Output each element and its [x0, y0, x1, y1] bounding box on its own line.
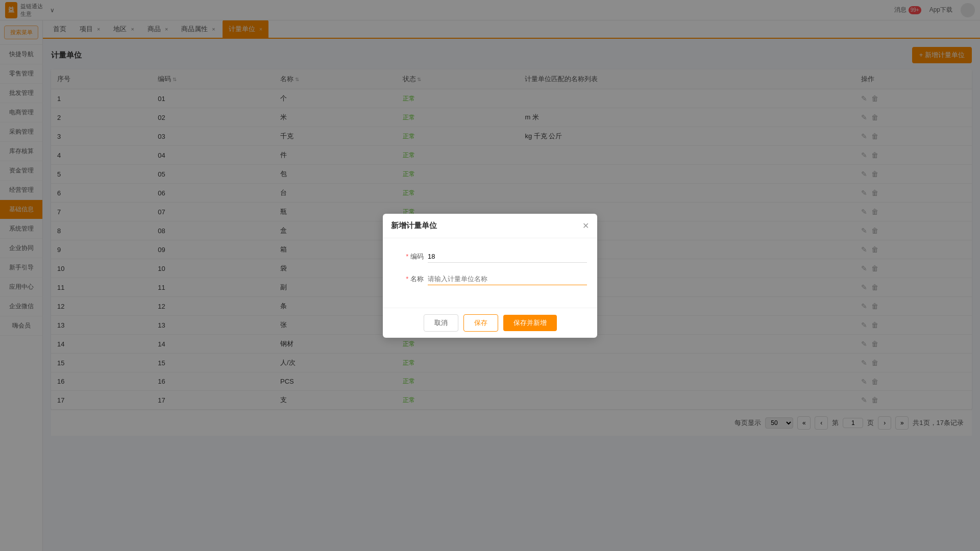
code-label: 编码 [393, 252, 424, 261]
name-input[interactable] [428, 273, 587, 285]
cancel-button[interactable]: 取消 [424, 314, 458, 332]
name-label: 名称 [393, 274, 424, 284]
dialog-footer: 取消 保存 保存并新增 [383, 308, 597, 338]
dialog-header: 新增计量单位 ✕ [383, 214, 597, 238]
dialog-close-icon[interactable]: ✕ [582, 221, 589, 231]
dialog-title: 新增计量单位 [391, 221, 437, 231]
add-unit-dialog: 新增计量单位 ✕ 编码 名称 取消 保存 保存并新增 [383, 214, 597, 338]
dialog-body: 编码 名称 [383, 238, 597, 308]
save-button[interactable]: 保存 [463, 314, 498, 332]
modal-overlay[interactable]: 新增计量单位 ✕ 编码 名称 取消 保存 保存并新增 [0, 0, 980, 551]
form-row-name: 名称 [393, 273, 587, 285]
code-input[interactable] [428, 251, 587, 263]
form-row-code: 编码 [393, 251, 587, 263]
save-and-add-button[interactable]: 保存并新增 [503, 315, 557, 331]
